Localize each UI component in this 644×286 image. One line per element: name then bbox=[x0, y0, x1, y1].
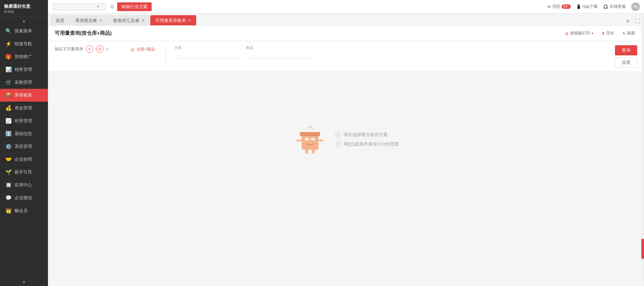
sidebar-item-label: 企业协同 bbox=[15, 156, 32, 162]
message-badge: 99+ bbox=[562, 4, 571, 9]
filter-scheme-list: ⊙ 仓库+商品 bbox=[128, 45, 158, 54]
user-avatar[interactable]: Rit bbox=[631, 2, 640, 11]
sidebar-item-inventory[interactable]: 📦 库存核算 bbox=[0, 89, 48, 102]
sidebar-scroll-up[interactable]: ▲ bbox=[0, 17, 48, 25]
enterprise-icon: 🤝 bbox=[5, 156, 12, 162]
warehouse-field: 仓库 … bbox=[174, 45, 242, 59]
scheme-icon: ⊙ bbox=[130, 47, 134, 52]
svg-rect-1 bbox=[300, 132, 320, 136]
query-button[interactable]: 查询 bbox=[615, 45, 637, 55]
svg-rect-0 bbox=[302, 134, 318, 150]
member-icon: 👑 bbox=[5, 208, 12, 214]
page-actions: 🖨 按模板打印 ▾ ⬆ 导出 ↻ 刷新 bbox=[563, 29, 637, 37]
sidebar-item-appcenter[interactable]: 🔲 应用中心 bbox=[0, 179, 48, 191]
tab-close-batch[interactable]: ✕ bbox=[99, 18, 102, 23]
page-title: 可用量查询(按仓库+商品) bbox=[55, 30, 563, 36]
sidebar-item-purchase[interactable]: 🛒 采购管理 bbox=[0, 76, 48, 89]
tab-close-window[interactable]: ✕ bbox=[624, 17, 631, 25]
trial-button[interactable]: 体验行业方案 bbox=[117, 2, 152, 11]
empty-hint-1: 1 请先选择要分析的方案 bbox=[335, 132, 399, 138]
sidebar-item-newuser[interactable]: 🌱 新手引导 bbox=[0, 166, 48, 179]
tab-label: 收发存汇总表 bbox=[113, 18, 139, 24]
hint-text-1: 请先选择要分析的方案 bbox=[344, 132, 388, 138]
headset-icon: 🎧 bbox=[603, 4, 608, 9]
filter-divider bbox=[166, 45, 166, 66]
basic-icon: ℹ️ bbox=[5, 131, 12, 137]
finance-icon: 💰 bbox=[5, 105, 12, 111]
header-search-box[interactable]: ▾ bbox=[52, 3, 106, 10]
tab-label: 库存批次账 bbox=[75, 18, 97, 24]
phone-icon: 📱 bbox=[576, 4, 581, 9]
export-button[interactable]: ⬆ 导出 bbox=[599, 29, 616, 37]
empty-illustration bbox=[293, 123, 327, 156]
app-download-label: App下载 bbox=[583, 4, 598, 9]
sidebar-item-label: 应用中心 bbox=[15, 182, 32, 188]
filter-add-button[interactable]: + bbox=[86, 45, 93, 53]
settings-button[interactable]: 设置 bbox=[615, 57, 637, 68]
filter-right: 仓库 … 商品 … bbox=[174, 45, 610, 59]
sidebar-item-label: 库存核算 bbox=[15, 92, 32, 98]
scheme-label: 仓库+商品 bbox=[136, 47, 155, 52]
sidebar-item-label: 经营管理 bbox=[15, 118, 32, 124]
tab-close-available[interactable]: ✕ bbox=[188, 18, 191, 23]
print-button[interactable]: 🖨 按模板打印 ▾ bbox=[563, 29, 595, 37]
sidebar-item-search[interactable]: 🔍 搜索菜单 bbox=[0, 25, 48, 37]
product-label: 商品 bbox=[246, 45, 313, 50]
tab-maximize-window[interactable]: ⛶ bbox=[634, 17, 641, 25]
sidebar-item-marketing[interactable]: 🎁 营销推广 bbox=[0, 50, 48, 63]
empty-svg bbox=[293, 123, 327, 156]
sidebar-item-basic[interactable]: ℹ️ 基础信息 bbox=[0, 127, 48, 140]
tab-home[interactable]: 首页 bbox=[51, 15, 70, 25]
sidebar-item-quicknav[interactable]: ⚡ 快捷导航 bbox=[0, 37, 48, 50]
sidebar-item-label: 搜索菜单 bbox=[15, 28, 32, 34]
filter-label: 按以下方案查询 bbox=[55, 46, 83, 52]
refresh-button[interactable]: ↻ 刷新 bbox=[620, 29, 637, 37]
newuser-icon: 🌱 bbox=[5, 169, 12, 175]
right-scrollbar[interactable] bbox=[641, 14, 644, 286]
filter-setting-button[interactable]: ⊙ bbox=[96, 45, 103, 53]
tab-available-stock[interactable]: 可用量库存账本 ✕ bbox=[150, 15, 196, 25]
product-more-btn[interactable]: … bbox=[308, 53, 312, 57]
sidebar-item-label: 新手引导 bbox=[15, 169, 32, 175]
filter-scheme-item[interactable]: ⊙ 仓库+商品 bbox=[128, 45, 158, 54]
sidebar-item-wechat[interactable]: 💬 企业微信 bbox=[0, 191, 48, 204]
sidebar-item-system[interactable]: ⚙️ 系统管理 bbox=[0, 140, 48, 153]
warehouse-more-btn[interactable]: … bbox=[236, 53, 240, 57]
main-area: ▾ ⚙ 体验行业方案 ✉ 消息 99+ 📱 App下载 🎧 在线客服 Rit 首… bbox=[48, 0, 644, 286]
empty-text: 1 请先选择要分析的方案 2 用[过滤]条件来缩小分析范围 bbox=[335, 132, 399, 147]
tab-batch-account[interactable]: 库存批次账 ✕ bbox=[70, 15, 107, 25]
operations-icon: 📈 bbox=[5, 118, 12, 124]
warehouse-input[interactable] bbox=[174, 51, 242, 59]
sidebar-item-label: 企业微信 bbox=[15, 195, 32, 201]
appcenter-icon: 🔲 bbox=[5, 182, 12, 188]
sidebar-scroll-down[interactable]: ▼ bbox=[0, 279, 48, 286]
svg-rect-7 bbox=[312, 149, 315, 154]
hint-text-2: 用[过滤]条件来缩小分析范围 bbox=[344, 141, 399, 147]
svg-rect-6 bbox=[305, 149, 308, 154]
sidebar-item-operations[interactable]: 📈 经营管理 bbox=[0, 114, 48, 127]
online-service-item[interactable]: 🎧 在线客服 bbox=[603, 4, 626, 9]
search-input[interactable] bbox=[55, 4, 96, 9]
sidebar-item-sales[interactable]: 📊 销售管理 bbox=[0, 63, 48, 76]
dropdown-icon[interactable]: ▾ bbox=[97, 4, 99, 9]
sidebar-item-enterprise[interactable]: 🤝 企业协同 bbox=[0, 153, 48, 166]
tab-inout-summary[interactable]: 收发存汇总表 ✕ bbox=[108, 15, 150, 25]
svg-rect-3 bbox=[311, 138, 315, 140]
product-input-wrap: … bbox=[246, 51, 313, 59]
app-download-item[interactable]: 📱 App下载 bbox=[576, 4, 598, 9]
purchase-icon: 🛒 bbox=[5, 79, 12, 85]
svg-rect-2 bbox=[305, 138, 309, 140]
gear-icon[interactable]: ⚙ bbox=[110, 4, 114, 9]
message-label: 消息 bbox=[552, 4, 560, 9]
sidebar-item-label: 快捷导航 bbox=[15, 41, 32, 47]
product-input[interactable] bbox=[246, 51, 313, 59]
empty-hint-2: 2 用[过滤]条件来缩小分析范围 bbox=[335, 141, 399, 147]
sidebar: 畅康通好生意 标准版 ▲ 🔍 搜索菜单 ⚡ 快捷导航 🎁 营销推广 📊 销售管理… bbox=[0, 0, 48, 286]
tab-close-summary[interactable]: ✕ bbox=[141, 18, 145, 23]
filter-collapse-button[interactable]: « bbox=[106, 46, 109, 52]
sidebar-item-member[interactable]: 👑 畅会员 bbox=[0, 204, 48, 217]
message-item[interactable]: ✉ 消息 99+ bbox=[547, 4, 571, 9]
print-dropdown-icon[interactable]: ▾ bbox=[592, 31, 593, 35]
refresh-label: 刷新 bbox=[627, 30, 635, 36]
sidebar-item-finance[interactable]: 💰 资金管理 bbox=[0, 102, 48, 114]
